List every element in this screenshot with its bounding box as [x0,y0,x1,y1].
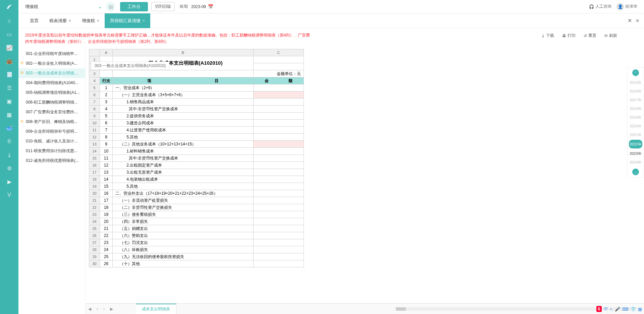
tax-type-label: 增值税 [25,4,38,10]
sheet-nav-first[interactable]: ◀ [86,307,94,311]
print-icon: 🖶 [562,34,566,38]
home-icon[interactable]: ⌂ [6,17,13,24]
page-tabs: 首页税表清册×增值税×所得税汇算清缴× ✕ ≡ [18,13,644,28]
sheet-tab-active[interactable]: 成本支出明细表 [136,304,176,314]
tab-0[interactable]: 首页 [24,13,44,28]
sheet-bottom-tabs: ◀ ‹ › ▶ 成本支出明细表 [86,303,644,314]
tree-item-11[interactable]: 012-减免所得税优惠明细表(... [18,156,85,166]
tree-item-3[interactable]: 004-期间费用明细表(A1040... [18,78,85,88]
year-2021年[interactable]: 2021年 [628,130,644,139]
sheet-nav-next[interactable]: › [101,307,107,311]
form-icon[interactable]: ☰ [6,84,13,91]
tab-1[interactable]: 税表清册× [44,13,76,28]
switch-old-button[interactable]: 切到旧版 [151,2,175,11]
tree-item-8[interactable]: 009-企业所得税弥补亏损明... [18,127,85,136]
tree-item-1[interactable]: 002-一般企业收入明细表(A... [18,59,85,68]
chart-icon[interactable]: 📈 [6,44,13,51]
tab-menu-icon[interactable]: ≡ [636,18,639,24]
tree-item-10[interactable]: 011-研发费用加计扣除优惠... [18,146,85,156]
top-bar: 增值税 ⌄ ▤ 工作台 切到旧版 账期 2023-09 📅 🎧 人工咨询 👤 徐… [0,0,644,13]
user-menu[interactable]: 👤 徐泽华 [616,3,637,10]
year-2024年[interactable]: 2024年 [628,158,644,167]
print-button[interactable]: 🖶打印 [562,33,576,39]
tree-item-9[interactable]: 010-免税、减计收入及加计... [18,136,85,146]
tab-2[interactable]: 增值税× [76,13,105,28]
ime-lang[interactable]: 中 [604,306,608,312]
reset-icon: ↺ [584,34,587,38]
settings-icon[interactable]: ⚙ [6,165,13,172]
tree-item-0[interactable]: 001-企业所得税年度纳税申... [18,49,85,59]
year-2019年[interactable]: 2019年 [628,113,644,122]
sheet-nav-last[interactable]: ▶ [107,307,116,311]
download-button[interactable]: ⤓下载 [541,33,554,39]
headset-icon: 🎧 [589,4,594,9]
vip-icon[interactable]: V [6,192,13,198]
avatar-icon: 👤 [616,3,624,10]
stamp-icon[interactable]: ▣ [6,98,13,105]
chevron-down-icon: ⌄ [98,3,102,10]
bag-icon[interactable]: 👜 [6,58,13,64]
tree-item-5[interactable]: 006-职工薪酬纳税调整明细... [18,98,85,107]
year-2023年[interactable]: 2023年 [628,149,644,158]
ime-toolbox-icon[interactable]: ▦ [638,307,642,312]
form-tree: 001-企业所得税年度纳税申...002-一般企业收入明细表(A...003-一… [18,47,86,314]
sheet-breadcrumb: 003-一般企业成本支出明细表(A102010) [91,62,169,70]
year-2020年[interactable]: 2020年 [628,122,644,130]
tree-item-6[interactable]: 007-广告费和业务宣传费跨... [18,107,85,117]
workbench-button[interactable]: 工作台 [120,2,148,11]
sheet-nav-prev[interactable]: ‹ [94,307,101,311]
download-icon: ⤓ [541,34,545,38]
year-up-icon[interactable]: ⌃ [632,69,639,76]
refresh-button[interactable]: ⟳刷新 [604,33,617,39]
close-icon[interactable]: × [143,18,145,23]
year-rail: ⌃ 2015年2016年2017年2018年2019年2020年2021年202… [627,67,644,178]
tree-item-2[interactable]: 003-一般企业成本支出明细... [18,68,85,78]
tab-3[interactable]: 所得税汇算清缴× [105,13,150,28]
warning-notice: 2019年度涉及取以前年度结转数据的申报表单元格需要手工维护正确，才能保证本年及… [18,28,320,47]
period-label: 账期 [180,4,188,9]
ime-skin-icon[interactable]: 👕 [631,307,636,312]
archive-icon[interactable]: ⎘ [6,138,13,145]
report-icon[interactable]: 🧾 [6,71,13,78]
close-icon[interactable]: × [69,18,71,23]
video-icon[interactable]: ▶ [6,178,13,185]
consult-button[interactable]: 🎧 人工咨询 [589,4,611,9]
username: 徐泽华 [625,4,637,9]
year-2016年[interactable]: 2016年 [628,87,644,96]
tax-type-dropdown[interactable]: 增值税 ⌄ [25,3,102,10]
ime-brand-icon[interactable]: S [596,306,602,312]
ime-mic-icon[interactable]: 🎤 [615,307,620,312]
left-sidebar: ⌂ ▭ 📈 👜 🧾 ☰ ▣ ▦ 🥣 ⎘ ⤓ ⚙ ▶ V [0,13,18,314]
app-logo[interactable] [0,0,18,13]
doc-icon-button[interactable]: ▤ [106,2,115,11]
year-2015年[interactable]: 2015年 [628,78,644,87]
close-all-icon[interactable]: ✕ [628,17,632,24]
ime-punct-icon[interactable]: •, [610,307,613,312]
ledger-icon[interactable]: ▭ [6,31,13,38]
tree-item-7[interactable]: 008-资产折旧、摊销及纳税... [18,117,85,127]
year-2018年[interactable]: 2018年 [628,104,644,113]
calendar-icon[interactable]: 📅 [208,4,213,9]
ime-keyboard-icon[interactable]: ⌨ [622,307,629,312]
year-2022年[interactable]: 2022年 [629,140,642,148]
period-value[interactable]: 2023-09 [191,4,206,9]
spreadsheet-area: 003-一般企业成本支出明细表(A102010) ABC1一般企业成本支出明细表… [86,47,644,314]
tree-item-4[interactable]: 005-纳税调整项目明细表(A1... [18,88,85,98]
calendar-nav-icon[interactable]: ▦ [6,111,13,118]
tax-icon[interactable]: 🥣 [6,125,13,131]
sheet-toolbar: ⤓下载 🖶打印 ↺重置 ⟳刷新 [541,33,617,39]
ime-toolbar: S 中 •, 🎤 ⌨ 👕 ▦ [596,306,642,312]
refresh-icon: ⟳ [604,34,608,38]
inbox-icon[interactable]: ⤓ [6,151,13,158]
year-2017年[interactable]: 2017年 [628,96,644,104]
close-icon[interactable]: × [97,18,99,23]
reset-button[interactable]: ↺重置 [584,33,596,39]
spreadsheet[interactable]: ABC1一般企业成本支出明细表(A102010)23金额单位：元4行次项目金额5… [89,49,304,267]
year-down-icon[interactable]: ⌄ [632,169,639,175]
